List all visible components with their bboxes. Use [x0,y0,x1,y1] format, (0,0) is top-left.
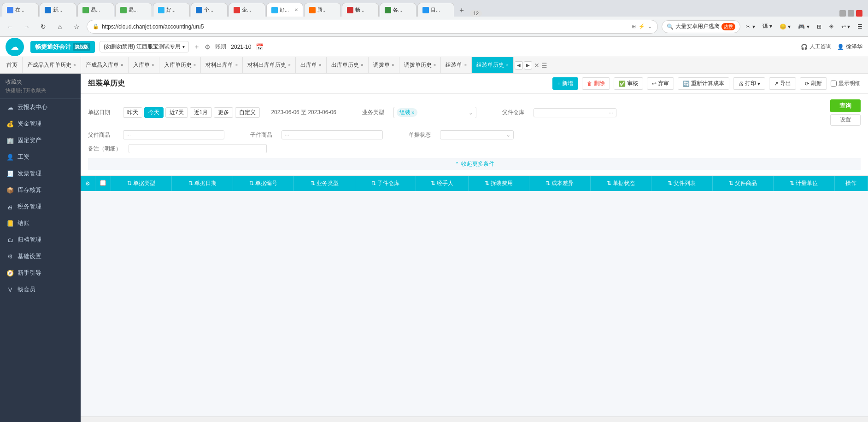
date-btn-today[interactable]: 今天 [144,107,164,118]
date-btn-custom[interactable]: 自定义 [235,107,260,118]
nav-tab-close-11[interactable]: × [464,63,467,68]
sidebar-item-guide[interactable]: 🧭 新手引导 [0,265,81,281]
history-tool[interactable]: ↩ ▾ [839,23,852,31]
refresh-page-button[interactable]: ⟳ 刷新 [800,77,827,90]
game-tool[interactable]: 🎮 ▾ [796,23,811,31]
child-goods-more-icon[interactable]: ··· [285,132,289,138]
recalc-button[interactable]: 🔄 重新计算成本 [678,77,729,90]
nav-tab-material-out-history[interactable]: 材料出库单历史 × [243,57,296,74]
emoji-tool[interactable]: 😊 ▾ [778,23,792,31]
audit-button[interactable]: ✅ 审核 [614,77,643,90]
forward-button[interactable]: → [20,20,33,33]
tab-menu-icon[interactable]: ☰ [541,62,547,69]
browser-tab-8[interactable]: 好... ✕ [266,3,303,17]
table-col-number[interactable]: ⇅ 单据编号 [233,176,293,191]
date-btn-7days[interactable]: 近7天 [165,107,188,118]
sidebar-item-inventory[interactable]: 📦 库存核算 [0,182,81,198]
nav-tab-transfer-history[interactable]: 调拨单历史 × [399,57,441,74]
browser-tab-1[interactable]: 在... [2,3,39,17]
nav-tab-material-out[interactable]: 材料出库单 × [201,57,243,74]
window-close[interactable] [856,10,862,17]
nav-tab-transfer[interactable]: 调拨单 × [369,57,399,74]
table-check-all[interactable] [100,180,106,186]
window-minimize[interactable] [839,10,846,17]
table-col-parent-goods[interactable]: ⇅ 父件商品 [712,176,773,191]
sidebar-favorites-title[interactable]: 收藏夹 [6,78,75,86]
sidebar-favorites-subtitle[interactable]: 快捷键打开收藏夹 [6,87,75,94]
nav-tab-assembly[interactable]: 组装单 × [441,57,472,74]
table-col-check[interactable] [95,176,111,191]
child-goods-input[interactable]: ··· [282,130,383,139]
browser-tab-5[interactable]: 好... [153,3,190,17]
sidebar-item-assets[interactable]: 🏢 固定资产 [0,132,81,149]
company-settings-button[interactable]: ⚙ [205,43,211,51]
print-button[interactable]: 🖨 打印 ▾ [733,77,765,90]
nav-arrow-left[interactable]: ◀ [515,61,523,69]
nav-tab-close-12[interactable]: × [506,63,509,68]
nav-tab-close-9[interactable]: × [392,63,394,68]
browser-tab-3[interactable]: 易... [77,3,114,17]
sidebar-item-reports[interactable]: ☁ 云报表中心 [0,99,81,116]
delete-button[interactable]: 🗑 删除 [582,77,610,90]
tab-close-8[interactable]: ✕ [294,7,298,12]
nav-tab-close-5[interactable]: × [235,63,238,68]
sidebar-item-vip[interactable]: V 畅会员 [0,281,81,298]
sidebar-favorites[interactable]: 收藏夹 快捷键打开收藏夹 [0,74,81,99]
table-col-disassemble-fee[interactable]: ⇅ 拆装费用 [468,176,529,191]
remark-input[interactable] [129,144,267,153]
browser-tab-6[interactable]: 个... [191,3,228,17]
company-selector[interactable]: (勿删勿禁用) 江西服宝测试专用 ▾ [100,41,189,52]
table-col-type[interactable]: ⇅ 单据类型 [111,176,172,191]
show-detail-checkbox[interactable]: 显示明细 [831,80,861,87]
back-button[interactable]: ← [4,20,17,33]
new-button[interactable]: + 新增 [552,77,578,90]
query-button[interactable]: 查询 [830,99,861,112]
sidebar-item-salary[interactable]: 👤 工资 [0,149,81,165]
browser-tab-9[interactable]: 腾... [304,3,341,17]
browser-tab-7[interactable]: 企... [229,3,265,17]
collapse-button[interactable]: ⌃ 收起更多条件 [88,158,861,170]
calendar-icon[interactable]: 📅 [256,43,264,51]
new-tab-button[interactable]: ＋ [455,4,468,17]
nav-tab-in-order[interactable]: 入库单 × [129,57,159,74]
horizontal-scrollbar[interactable] [81,416,868,422]
table-col-settings[interactable]: ⚙ [81,176,95,191]
parent-warehouse-input[interactable]: ··· [534,108,616,117]
nav-tab-close-7[interactable]: × [319,63,322,68]
set-button[interactable]: 设置 [830,114,861,126]
nav-tab-close-4[interactable]: × [194,63,196,68]
browser-tab-10[interactable]: 畅... [342,3,379,17]
table-col-parent-list[interactable]: ⇅ 父件列表 [651,176,712,191]
nav-tab-out-history[interactable]: 出库单历史 × [327,57,369,74]
nav-arrow-right[interactable]: ▶ [524,61,532,69]
browser-tab-11[interactable]: 各... [380,3,416,17]
browser-tab-2[interactable]: 新... [40,3,76,17]
company-add-button[interactable]: ＋ [194,43,200,51]
bookmark-button[interactable]: ☆ [70,20,83,33]
parent-goods-more-icon[interactable]: ··· [126,132,131,138]
home-button[interactable]: ⌂ [53,20,66,33]
table-col-cost-diff[interactable]: ⇅ 成本差异 [529,176,590,191]
table-col-child-warehouse[interactable]: ⇅ 子件仓库 [355,176,416,191]
scissors-tool[interactable]: ✂ ▾ [744,23,757,31]
table-col-unit[interactable]: ⇅ 计量单位 [774,176,834,191]
nav-tab-in-history[interactable]: 入库单历史 × [159,57,201,74]
refresh-button[interactable]: ↻ [37,20,50,33]
nav-tab-close-1[interactable]: × [73,63,76,68]
nav-tab-production-in-history[interactable]: 产成品入库单历史 × [23,57,81,74]
nav-tab-home[interactable]: 首页 [2,57,23,74]
table-col-handler[interactable]: ⇅ 经手人 [416,176,468,191]
sidebar-item-archive[interactable]: 🗂 归档管理 [0,231,81,248]
close-all-tabs-icon[interactable]: ✕ [534,62,540,69]
nav-tab-close-6[interactable]: × [288,63,291,68]
show-detail-input[interactable] [831,81,837,87]
nav-tab-close-3[interactable]: × [152,63,154,68]
parent-goods-input[interactable]: ··· [123,130,224,139]
translate-tool[interactable]: 译 ▾ [761,22,774,31]
nav-tab-out[interactable]: 出库单 × [296,57,327,74]
sidebar-item-settlement[interactable]: 📒 结账 [0,215,81,231]
nav-tab-assembly-history[interactable]: 组装单历史 × [472,57,514,74]
address-bar[interactable]: 🔒 https://cloud.chanjet.com/accounting/u… [87,20,658,34]
biz-type-dropdown-icon[interactable]: ⌄ [469,110,473,116]
user-info[interactable]: 👤 徐泽华 [837,43,862,51]
